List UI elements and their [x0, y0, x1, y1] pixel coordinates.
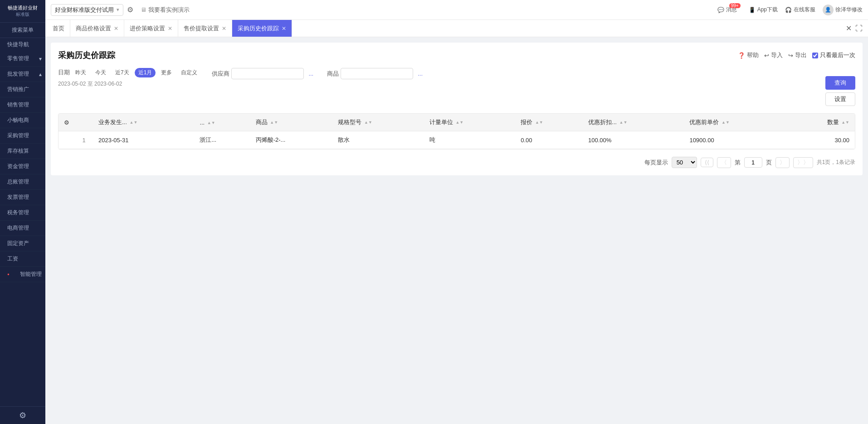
monitor-icon: 🖥 [141, 6, 146, 13]
col-pre-discount-price[interactable]: 优惠前单价 ▲▼ [684, 114, 787, 131]
prev-page-button[interactable]: 〈 [717, 157, 731, 168]
sidebar-logo: 畅捷通好业财 标准版 [0, 0, 45, 23]
topbar-app-download[interactable]: 📱 App下载 [749, 6, 778, 14]
table-header: ⚙ 业务发生... ▲▼ ... ▲▼ 商品 [59, 114, 855, 131]
settings-button[interactable]: 设置 [825, 92, 855, 106]
tab-strategy-close[interactable]: ✕ [168, 26, 172, 31]
topbar-messages[interactable]: 💬 消息 99+ [717, 6, 737, 14]
sidebar-item-ecommerce-small-label: 小畅电商 [7, 116, 29, 124]
page-header: 采购历史价跟踪 ❓ 帮助 ↩ 导入 ↪ 导出 [58, 50, 855, 61]
per-page-select[interactable]: 50 10 20 100 [672, 157, 697, 168]
product-input[interactable] [341, 68, 413, 79]
sidebar-item-smart[interactable]: 智能管理 [0, 267, 45, 282]
page-suffix: 页 [766, 159, 772, 167]
sidebar-settings-bottom[interactable]: ⚙ [0, 406, 45, 424]
product-more[interactable]: ... [415, 68, 425, 79]
sidebar-item-retail[interactable]: 零售管理 ▾ [0, 51, 45, 67]
sidebar-item-general-ledger[interactable]: 总账管理 [0, 174, 45, 190]
tab-history-price[interactable]: 采购历史价跟踪 ✕ [232, 20, 292, 37]
col-business-date[interactable]: 业务发生... ▲▼ [93, 114, 194, 131]
date-btn-today[interactable]: 今天 [92, 68, 110, 77]
next-page-button[interactable]: 〉 [775, 157, 790, 168]
tab-sale-price-close[interactable]: ✕ [222, 26, 226, 31]
chevron-up-icon: ▴ [39, 71, 42, 77]
sort-icon-pre-discount: ▲▼ [722, 120, 730, 125]
version-selector[interactable]: 好业财标准版交付试用 ▾ [51, 4, 123, 16]
import-button[interactable]: ↩ 导入 [764, 51, 783, 59]
tab-close-all-icon[interactable]: ✕ [846, 24, 852, 33]
sidebar-logo-text: 畅捷通好业财 [4, 5, 42, 11]
sidebar: 畅捷通好业财 标准版 搜索菜单 快捷导航 零售管理 ▾ 批发管理 ▴ 营销推广 … [0, 0, 45, 424]
col-discount[interactable]: 优惠折扣... ▲▼ [583, 114, 684, 131]
date-btn-last7[interactable]: 近7天 [112, 68, 133, 77]
filter-row: 日期 昨天 今天 近7天 近1月 更多 自定义 2023-05-02 至 202… [58, 68, 855, 106]
sidebar-item-sales[interactable]: 销售管理 [0, 97, 45, 113]
export-button[interactable]: ↪ 导出 [788, 51, 807, 59]
col-quote[interactable]: 报价 ▲▼ [515, 114, 583, 131]
supplier-input[interactable] [231, 68, 304, 79]
page-card: 采购历史价跟踪 ❓ 帮助 ↩ 导入 ↪ 导出 [51, 43, 863, 175]
page-title: 采购历史价跟踪 [58, 50, 115, 61]
sidebar-item-marketing[interactable]: 营销推广 [0, 82, 45, 97]
avatar: 👤 [823, 5, 834, 15]
filter-supplier-field: 供应商 ... [212, 68, 316, 79]
sidebar-item-ecommerce-small[interactable]: 小畅电商 [0, 113, 45, 128]
table-body: 1 2023-05-31 浙江... 丙烯酸-2-... 散水 吨 0.00 1… [59, 131, 855, 149]
first-page-button[interactable]: ⟨⟨ [701, 158, 713, 167]
query-button[interactable]: 查询 [825, 76, 855, 90]
date-btn-custom[interactable]: 自定义 [177, 68, 201, 77]
col-product[interactable]: 商品 ▲▼ [250, 114, 333, 131]
tab-history-price-close[interactable]: ✕ [282, 26, 286, 31]
date-btn-more[interactable]: 更多 [157, 68, 176, 77]
topbar-demo[interactable]: 🖥 我要看实例演示 [141, 6, 190, 14]
sidebar-item-invoice[interactable]: 发票管理 [0, 190, 45, 205]
date-btn-last1month[interactable]: 近1月 [135, 68, 156, 77]
sidebar-item-payroll[interactable]: 工资 [0, 251, 45, 267]
col-rownum [75, 114, 93, 131]
headset-icon: 🎧 [785, 7, 792, 13]
sidebar-item-fixed-assets[interactable]: 固定资产 [0, 236, 45, 251]
help-icon: ❓ [738, 52, 745, 59]
date-btn-yesterday[interactable]: 昨天 [72, 68, 90, 77]
only-last-checkbox[interactable]: 只看最后一次 [812, 51, 855, 59]
only-last-input[interactable] [812, 53, 818, 58]
row-quote: 0.00 [515, 131, 583, 149]
supplier-more[interactable]: ... [306, 68, 316, 79]
tab-sale-price[interactable]: 售价提取设置 ✕ [178, 20, 232, 37]
sidebar-item-finance[interactable]: 资金管理 [0, 159, 45, 174]
help-button[interactable]: ❓ 帮助 [738, 51, 759, 59]
topbar-service[interactable]: 🎧 在线客服 [785, 6, 815, 14]
sidebar-item-ecommerce[interactable]: 电商管理 [0, 221, 45, 236]
row-product: 丙烯酸-2-... [250, 131, 333, 149]
table-row[interactable]: 1 2023-05-31 浙江... 丙烯酸-2-... 散水 吨 0.00 1… [59, 131, 855, 149]
tab-home[interactable]: 首页 [47, 20, 70, 37]
only-last-label: 只看最后一次 [820, 51, 855, 59]
row-pre-discount-price: 10900.00 [684, 131, 787, 149]
page-label: 第 [735, 159, 741, 167]
tab-maximize-icon[interactable]: ⛶ [855, 24, 863, 33]
sidebar-item-sales-label: 销售管理 [7, 101, 29, 109]
sidebar-item-tax[interactable]: 税务管理 [0, 205, 45, 221]
row-unit: 吨 [424, 131, 515, 149]
col-quantity[interactable]: 数量 ▲▼ [787, 114, 855, 131]
topbar-user[interactable]: 👤 徐泽华修改 [823, 5, 863, 15]
col-spec[interactable]: 规格型号 ▲▼ [332, 114, 424, 131]
tab-strategy[interactable]: 进价策略设置 ✕ [124, 20, 178, 37]
tab-price-close[interactable]: ✕ [114, 26, 118, 31]
col-unit[interactable]: 计量单位 ▲▼ [424, 114, 515, 131]
last-page-button[interactable]: 〉〉 [793, 157, 813, 168]
tab-price[interactable]: 商品价格设置 ✕ [70, 20, 124, 37]
per-page-label: 每页显示 [644, 159, 668, 167]
sidebar-item-inventory[interactable]: 库存核算 [0, 144, 45, 159]
sidebar-item-wholesale[interactable]: 批发管理 ▴ [0, 67, 45, 82]
page-input[interactable] [744, 157, 762, 168]
sidebar-search[interactable]: 搜索菜单 [0, 23, 45, 38]
col-gear[interactable]: ⚙ [59, 114, 75, 131]
sidebar-item-purchase[interactable]: 采购管理 [0, 128, 45, 144]
topbar-settings-icon[interactable]: ⚙ [127, 5, 133, 14]
sidebar-item-purchase-label: 采购管理 [7, 132, 29, 140]
sidebar-nav-label[interactable]: 快捷导航 [0, 38, 45, 51]
col-more[interactable]: ... ▲▼ [194, 114, 250, 131]
messages-badge: 99+ [729, 3, 741, 8]
chevron-down-icon: ▾ [117, 7, 119, 13]
